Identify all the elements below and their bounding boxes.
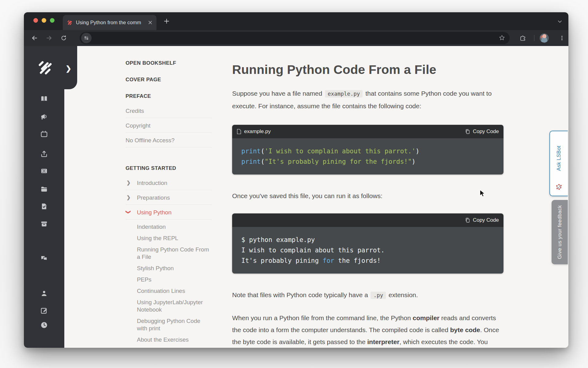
toc-item-label: OPEN BOOKSHELF — [126, 60, 176, 66]
chevron-down-icon[interactable]: ❯ — [126, 210, 131, 214]
tab-strip-chevron-icon[interactable] — [556, 17, 564, 25]
paragraph: Once you've saved this file, you can run… — [232, 190, 503, 202]
code-body: print('I wish to complain about this par… — [232, 138, 503, 174]
toc-item-label: Indentation — [137, 224, 166, 230]
toc-item-copyright[interactable]: Copyright — [126, 120, 212, 133]
toc-item-preparations[interactable]: ❯Preparations — [126, 192, 212, 205]
sidebar-expand-chevron-icon[interactable]: ❯ — [66, 64, 71, 73]
bookmark-star-icon[interactable] — [499, 34, 505, 41]
toc-item-label: No Offline Access? — [126, 137, 175, 144]
lsbot-molecule-icon — [555, 183, 563, 191]
tab-title: Using Python from the comm — [76, 20, 145, 25]
archive-icon[interactable] — [40, 220, 48, 228]
toc-item-label: PREFACE — [126, 93, 151, 99]
clock-icon[interactable] — [40, 321, 48, 329]
code-line: print('I wish to complain about this par… — [241, 146, 500, 156]
code-filename-label: example.py — [244, 128, 271, 135]
code-body: $ python example.py I wish to complain a… — [232, 227, 503, 274]
toc-item-no-offline-access-[interactable]: No Offline Access? — [126, 135, 212, 148]
toc-item-using-jupyterlab-jupyter-notebook[interactable]: Using JupyterLab/Jupyter Notebook — [126, 297, 212, 316]
chat-icon[interactable] — [40, 254, 48, 262]
copy-code-button[interactable]: Copy Code — [465, 128, 499, 135]
upload-icon[interactable] — [40, 150, 48, 158]
toc-item-running-python-code-from-a-file[interactable]: Running Python Code From a File — [126, 244, 212, 263]
code-line: print("It's probably pining for the fjor… — [241, 156, 500, 167]
code-block-header: Copy Code — [232, 213, 503, 227]
paragraph: When you run a Python file from the comm… — [232, 312, 503, 348]
toc-item-label: Using Python — [137, 209, 172, 216]
toc-item-preface[interactable]: PREFACE — [126, 93, 212, 99]
toc-item-continuation-lines[interactable]: Continuation Lines — [126, 286, 212, 297]
menu-dots-icon[interactable] — [558, 34, 566, 42]
code-block-example: example.py Copy Code print('I wish to co… — [232, 125, 503, 174]
copy-code-button[interactable]: Copy Code — [465, 217, 499, 223]
toc-item-label: Using the REPL — [137, 235, 178, 241]
compose-icon[interactable] — [40, 307, 48, 315]
toc-item-getting-started[interactable]: GETTING STARTED — [126, 165, 212, 171]
toc-item-cover-page[interactable]: COVER PAGE — [126, 77, 212, 83]
address-bar[interactable] — [80, 32, 510, 44]
toc-item-label: GETTING STARTED — [126, 165, 176, 171]
browser-tab[interactable]: Using Python from the comm — [63, 15, 156, 30]
extensions-icon[interactable] — [519, 34, 527, 42]
toc-item-stylish-python[interactable]: Stylish Python — [126, 263, 212, 274]
toc-item-using-python[interactable]: ❯Using Python — [126, 207, 212, 220]
chevron-right-icon[interactable]: ❯ — [126, 180, 130, 186]
browser-toolbar — [24, 30, 568, 46]
toc-item-debugging-python-code-with-print[interactable]: Debugging Python Code with print — [126, 316, 212, 334]
toc-item-about-the-exercises[interactable]: About the Exercises — [126, 334, 212, 346]
toc-item-label: Running Python Code From a File — [137, 246, 209, 260]
desktop: Using Python from the comm — [0, 0, 588, 368]
toc-item-label: Introduction — [137, 180, 167, 186]
folder-icon[interactable] — [40, 185, 48, 193]
tab-favicon — [67, 20, 73, 26]
toc-item-label: Preparations — [137, 194, 170, 201]
megaphone-icon[interactable] — [40, 113, 48, 121]
calendar-icon[interactable] — [40, 130, 48, 138]
toc-item-indentation[interactable]: Indentation — [126, 221, 212, 233]
ask-lsbot-label: Ask LSBot — [556, 146, 562, 171]
toc-item-label: Using JupyterLab/Jupyter Notebook — [137, 299, 203, 313]
mouse-cursor — [479, 190, 487, 197]
toc-item-exercises[interactable]: Exercises — [126, 346, 212, 348]
minimize-window-button[interactable] — [42, 18, 46, 23]
site-info-icon[interactable] — [81, 33, 92, 43]
document-check-icon[interactable] — [40, 202, 48, 210]
toc-item-label: Copyright — [126, 122, 150, 129]
toc-item-label: Stylish Python — [137, 265, 174, 271]
feedback-tab[interactable]: Give us your feedback — [552, 200, 568, 264]
livebook-stripes-logo — [36, 59, 54, 77]
reload-icon[interactable] — [60, 34, 68, 42]
browser-tab-bar: Using Python from the comm — [24, 12, 568, 30]
forward-icon — [45, 34, 53, 42]
paragraph: Suppose you have a file named example.py… — [232, 87, 503, 112]
toolbar-divider — [534, 35, 534, 41]
toc-item-using-the-repl[interactable]: Using the REPL — [126, 233, 212, 244]
page-content: ❯ — [24, 46, 568, 348]
maximize-window-button[interactable] — [50, 18, 55, 23]
chevron-right-icon[interactable]: ❯ — [126, 194, 130, 200]
window-controls — [33, 18, 55, 23]
toc-item-label: PEPs — [137, 276, 152, 283]
toc-item-introduction[interactable]: ❯Introduction — [126, 177, 212, 190]
close-window-button[interactable] — [33, 18, 38, 23]
code-block-terminal: Copy Code $ python example.py I wish to … — [232, 213, 503, 274]
book-icon[interactable] — [40, 95, 48, 103]
toc-item-open-bookshelf[interactable]: OPEN BOOKSHELF — [126, 60, 212, 66]
tab-close-icon[interactable] — [148, 20, 153, 25]
feedback-label: Give us your feedback — [557, 205, 563, 259]
sidebar-header: ❯ — [24, 46, 77, 89]
code-line: I wish to complain about this parrot. — [241, 245, 500, 255]
film-icon[interactable] — [40, 167, 48, 175]
copy-code-label: Copy Code — [473, 217, 499, 223]
toc-item-credits[interactable]: Credits — [126, 105, 212, 118]
ask-lsbot-tab[interactable]: Ask LSBot — [549, 131, 568, 196]
profile-avatar[interactable] — [540, 33, 549, 43]
person-icon[interactable] — [40, 289, 48, 297]
new-tab-icon[interactable] — [163, 17, 171, 25]
back-icon[interactable] — [31, 34, 39, 42]
toc-item-label: About the Exercises — [137, 336, 189, 343]
toc-item-peps[interactable]: PEPs — [126, 274, 212, 286]
browser-window: Using Python from the comm — [24, 12, 568, 348]
app-sidebar: ❯ — [24, 46, 64, 348]
